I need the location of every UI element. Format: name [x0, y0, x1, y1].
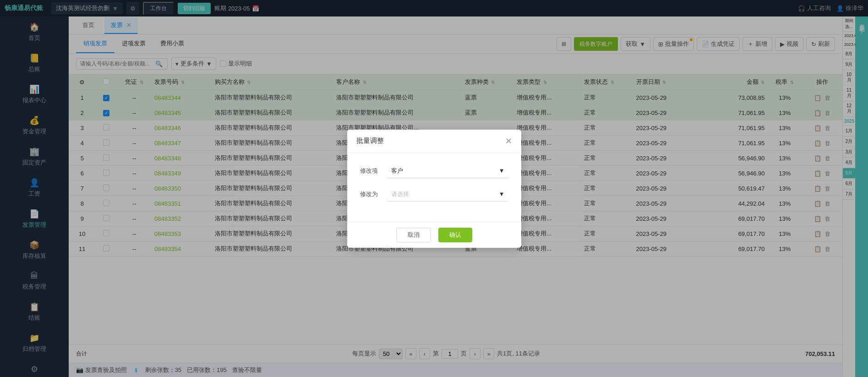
batch-adjust-modal: 批量调整 ✕ 修改项 客户 ▼ 修改为 请选择 ▼ 取消 确认 — [347, 130, 521, 248]
modal-title: 批量调整 — [356, 137, 384, 145]
modal-field-row: 修改项 客户 ▼ — [360, 164, 508, 178]
modal-overlay[interactable]: 批量调整 ✕ 修改项 客户 ▼ 修改为 请选择 ▼ 取消 确认 — [0, 0, 868, 377]
modal-close-btn[interactable]: ✕ — [505, 136, 512, 146]
modal-field-label: 修改项 — [360, 167, 388, 175]
modal-field-select[interactable]: 客户 ▼ — [388, 164, 508, 178]
modal-cancel-btn[interactable]: 取消 — [396, 228, 431, 242]
modal-confirm-btn[interactable]: 确认 — [438, 228, 472, 242]
modal-footer: 取消 确认 — [347, 222, 521, 248]
modal-change-row: 修改为 请选择 ▼ — [360, 187, 508, 202]
modal-body: 修改项 客户 ▼ 修改为 请选择 ▼ — [347, 153, 521, 222]
modal-header: 批量调整 ✕ — [347, 130, 521, 153]
modal-change-select[interactable]: 请选择 ▼ — [388, 187, 508, 202]
modal-field-arrow-icon: ▼ — [499, 167, 505, 174]
modal-change-placeholder: 请选择 — [391, 190, 409, 198]
modal-change-arrow-icon: ▼ — [499, 191, 505, 197]
modal-change-label: 修改为 — [360, 190, 388, 198]
modal-field-value: 客户 — [391, 167, 403, 175]
